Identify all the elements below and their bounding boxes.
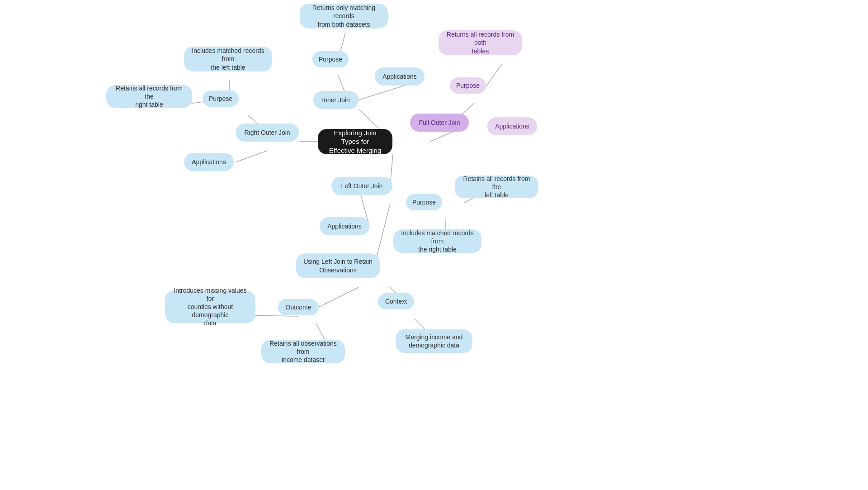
full-returns-all-node[interactable]: Returns all records from bothtables: [439, 30, 522, 55]
left-applications-label: Applications: [327, 222, 362, 230]
inner-returns-matching-node[interactable]: Returns only matching recordsfrom both d…: [300, 4, 388, 29]
introduces-missing-node[interactable]: Introduces missing values forcounties wi…: [165, 290, 255, 323]
full-applications-label: Applications: [495, 122, 529, 130]
left-purpose-label: Purpose: [412, 198, 436, 206]
right-purpose-node[interactable]: Purpose: [203, 90, 239, 107]
merging-income-label: Merging income anddemographic data: [406, 333, 463, 349]
full-applications-node[interactable]: Applications: [487, 117, 537, 135]
right-outer-join-label: Right Outer Join: [244, 128, 290, 137]
inner-purpose-node[interactable]: Purpose: [312, 51, 349, 67]
right-retains-right-label: Retains all records from theright table: [113, 84, 185, 109]
left-retains-left-node[interactable]: Retains all records from theleft table: [455, 176, 538, 198]
context-node[interactable]: Context: [378, 293, 414, 309]
inner-applications-node[interactable]: Applications: [375, 67, 425, 86]
mind-map-canvas: Exploring Join Types forEffective Mergin…: [0, 0, 868, 490]
left-applications-node[interactable]: Applications: [320, 217, 369, 235]
center-node[interactable]: Exploring Join Types forEffective Mergin…: [318, 129, 392, 154]
svg-line-19: [316, 287, 359, 308]
left-purpose-node[interactable]: Purpose: [406, 194, 442, 210]
center-label: Exploring Join Types forEffective Mergin…: [325, 128, 385, 155]
full-purpose-node[interactable]: Purpose: [450, 77, 486, 94]
full-outer-join-label: Full Outer Join: [419, 119, 460, 127]
left-outer-join-label: Left Outer Join: [341, 182, 383, 190]
svg-line-11: [486, 64, 502, 86]
inner-join-label: Inner Join: [322, 96, 349, 104]
svg-line-18: [375, 204, 390, 262]
inner-returns-matching-label: Returns only matching recordsfrom both d…: [307, 4, 381, 29]
svg-line-8: [236, 151, 267, 162]
right-applications-node[interactable]: Applications: [184, 153, 234, 171]
full-purpose-label: Purpose: [456, 81, 480, 90]
retains-observations-label: Retains all observations fromincome data…: [269, 339, 338, 364]
right-outer-join-node[interactable]: Right Outer Join: [236, 124, 299, 142]
svg-line-9: [430, 132, 453, 142]
using-left-join-label: Using Left Join to RetainObservations: [303, 257, 373, 274]
inner-applications-label: Applications: [382, 72, 417, 81]
merging-income-node[interactable]: Merging income anddemographic data: [396, 329, 472, 353]
inner-join-node[interactable]: Inner Join: [313, 91, 359, 109]
full-returns-all-label: Returns all records from bothtables: [446, 30, 515, 55]
context-label: Context: [385, 297, 407, 305]
full-outer-join-node[interactable]: Full Outer Join: [410, 114, 469, 132]
outcome-label: Outcome: [286, 303, 311, 311]
right-retains-right-node[interactable]: Retains all records from theright table: [106, 85, 192, 108]
svg-line-3: [359, 86, 405, 100]
retains-observations-node[interactable]: Retains all observations fromincome data…: [261, 340, 345, 363]
svg-line-21: [253, 315, 298, 316]
right-includes-left-label: Includes matched records fromthe left ta…: [191, 47, 265, 71]
introduces-missing-label: Introduces missing values forcounties wi…: [172, 286, 248, 328]
right-purpose-label: Purpose: [209, 95, 232, 103]
left-includes-right-label: Includes matched records fromthe right t…: [401, 229, 474, 254]
inner-purpose-label: Purpose: [319, 55, 342, 63]
right-applications-label: Applications: [192, 158, 226, 166]
using-left-join-node[interactable]: Using Left Join to RetainObservations: [296, 253, 380, 278]
right-includes-left-node[interactable]: Includes matched records fromthe left ta…: [184, 47, 272, 71]
outcome-node[interactable]: Outcome: [278, 299, 319, 315]
left-includes-right-node[interactable]: Includes matched records fromthe right t…: [393, 229, 481, 253]
left-outer-join-node[interactable]: Left Outer Join: [331, 177, 392, 195]
left-retains-left-label: Retains all records from theleft table: [462, 175, 531, 200]
